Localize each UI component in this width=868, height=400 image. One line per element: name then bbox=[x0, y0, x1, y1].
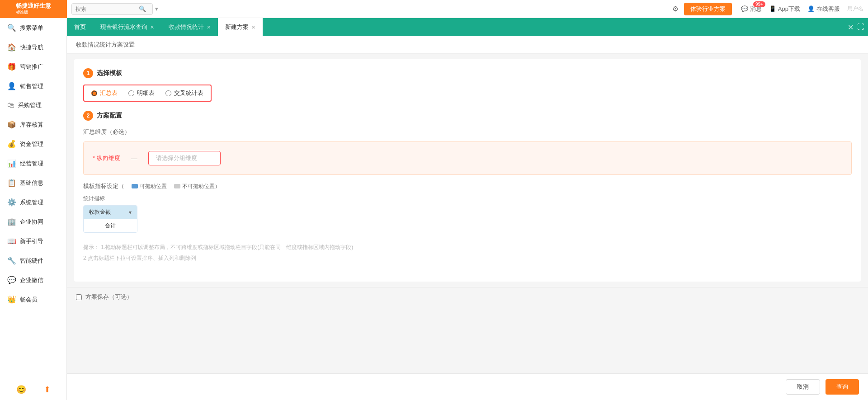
metrics-col-label: 收款金额 bbox=[89, 208, 111, 216]
capital-icon: 💰 bbox=[7, 140, 16, 148]
query-button[interactable]: 查询 bbox=[826, 379, 859, 395]
step1-num: 1 bbox=[83, 68, 93, 78]
service-item[interactable]: 👤 在线客服 bbox=[807, 5, 840, 13]
sidebar-item-sales[interactable]: 👤 销售管理 bbox=[0, 76, 66, 96]
trial-button[interactable]: 体验行业方案 bbox=[684, 3, 732, 15]
service-label: 在线客服 bbox=[816, 5, 840, 13]
step1-title: 选择模板 bbox=[97, 69, 122, 77]
basic-icon: 📋 bbox=[7, 179, 16, 187]
non-draggable-badge: 不可拖动位置） bbox=[174, 183, 220, 190]
sidebar-item-corp[interactable]: 🏢 企业协同 bbox=[0, 212, 66, 231]
gear-icon[interactable]: ⚙ bbox=[672, 5, 679, 13]
radio-cross-label: 交叉统计表 bbox=[174, 89, 203, 97]
radio-summary-input[interactable] bbox=[91, 90, 97, 96]
draggable-label: 可拖动位置 bbox=[140, 183, 167, 190]
tab-stats-close[interactable]: ✕ bbox=[207, 24, 211, 30]
search-input[interactable] bbox=[75, 6, 139, 12]
purchase-icon: 🛍 bbox=[7, 101, 14, 109]
download-item[interactable]: 📱 App下载 bbox=[769, 5, 800, 13]
drag-icon-blue bbox=[132, 184, 138, 188]
tip-line1: 提示： 1.拖动标题栏可以调整布局，不可跨维度或指标区域拖动栏目字段(只能在同一… bbox=[83, 242, 852, 253]
sidebar-label-wechat: 企业微信 bbox=[20, 276, 43, 284]
metrics-config: 模板指标设定（ 可拖动位置 不可拖动位置） bbox=[83, 182, 852, 233]
search-box[interactable]: 🔍 bbox=[71, 3, 153, 15]
sidebar-bottom: 😊 ⬆ bbox=[0, 379, 66, 400]
inventory-icon: 📦 bbox=[7, 120, 16, 129]
radio-cross[interactable]: 交叉统计表 bbox=[165, 89, 203, 97]
hardware-icon: 🔧 bbox=[7, 256, 16, 265]
header-dropdown-icon[interactable]: ▾ bbox=[155, 5, 158, 12]
tab-stats[interactable]: 收款情况统计 ✕ bbox=[161, 18, 218, 36]
sidebar-item-wechat[interactable]: 💬 企业微信 bbox=[0, 270, 66, 290]
metrics-row-label: 合计 bbox=[105, 222, 116, 229]
sidebar-item-guide[interactable]: 📖 新手引导 bbox=[0, 231, 66, 251]
sidebar-bottom-icon1[interactable]: 😊 bbox=[16, 385, 26, 395]
radio-detail-input[interactable] bbox=[128, 90, 134, 96]
tab-bank-close[interactable]: ✕ bbox=[150, 24, 154, 30]
tips-section: 提示： 1.拖动标题栏可以调整布局，不可跨维度或指标区域拖动栏目字段(只能在同一… bbox=[83, 242, 852, 264]
radio-summary-label: 汇总表 bbox=[100, 89, 118, 97]
sidebar-item-basic[interactable]: 📋 基础信息 bbox=[0, 173, 66, 193]
metrics-title: 模板指标设定（ bbox=[83, 182, 124, 190]
sidebar-item-nav[interactable]: 🏠 快捷导航 bbox=[0, 38, 66, 57]
download-label: App下载 bbox=[778, 5, 800, 13]
row-dimension-label: * 纵向维度 bbox=[93, 154, 120, 162]
sidebar-bottom-icon2[interactable]: ⬆ bbox=[44, 385, 51, 395]
search-menu-icon: 🔍 bbox=[7, 24, 16, 32]
form-container: 1 选择模板 汇总表 明细表 bbox=[74, 59, 861, 282]
radio-summary[interactable]: 汇总表 bbox=[91, 89, 118, 97]
sidebar-item-hardware[interactable]: 🔧 智能硬件 bbox=[0, 251, 66, 270]
tab-bar-right: ✕ ⛶ bbox=[848, 23, 868, 32]
cancel-button[interactable]: 取消 bbox=[786, 379, 820, 395]
metrics-header: 模板指标设定（ 可拖动位置 不可拖动位置） bbox=[83, 182, 852, 190]
corp-icon: 🏢 bbox=[7, 217, 16, 226]
sidebar-label-sales: 销售管理 bbox=[20, 82, 43, 90]
tab-home[interactable]: 首页 bbox=[67, 18, 93, 36]
top-header: 畅捷通好生意 标准版 🔍 ▾ ⚙ 体验行业方案 💬 消息 99+ 📱 App下载… bbox=[0, 0, 868, 18]
save-checkbox[interactable] bbox=[76, 294, 82, 300]
config-section: 汇总维度（必选） * 纵向维度 — 请选择分组维度 bbox=[83, 128, 852, 264]
step2-num: 2 bbox=[83, 111, 93, 121]
tab-expand[interactable]: ⛶ bbox=[857, 23, 864, 31]
sidebar-label-member: 畅会员 bbox=[20, 296, 38, 304]
metrics-body: 统计指标 收款金额 ▾ 合计 bbox=[83, 195, 852, 233]
tab-bank[interactable]: 现金银行流水查询 ✕ bbox=[93, 18, 161, 36]
metrics-col-dropdown[interactable]: ▾ bbox=[129, 209, 132, 216]
tab-new[interactable]: 新建方案 ✕ bbox=[218, 18, 263, 36]
sidebar-item-system[interactable]: ⚙️ 系统管理 bbox=[0, 193, 66, 212]
sidebar: 🔍 搜索菜单 🏠 快捷导航 🎁 营销推广 👤 销售管理 🛍 采购管理 📦 库存核… bbox=[0, 18, 67, 400]
system-icon: ⚙️ bbox=[7, 198, 16, 207]
dimension-row: * 纵向维度 — 请选择分组维度 bbox=[93, 151, 842, 165]
message-icon: 💬 bbox=[741, 5, 748, 12]
logo-area: 畅捷通好生意 标准版 bbox=[0, 0, 67, 18]
step1-header: 1 选择模板 bbox=[83, 68, 852, 78]
step2-title: 方案配置 bbox=[97, 112, 122, 120]
sidebar-item-inventory[interactable]: 📦 库存核算 bbox=[0, 115, 66, 134]
sidebar-item-marketing[interactable]: 🎁 营销推广 bbox=[0, 57, 66, 76]
sidebar-item-purchase[interactable]: 🛍 采购管理 bbox=[0, 96, 66, 115]
message-badge: 99+ bbox=[753, 1, 765, 7]
nav-icon: 🏠 bbox=[7, 43, 16, 52]
sidebar-label-operation: 经营管理 bbox=[20, 160, 43, 168]
user-name[interactable]: 用户名 bbox=[847, 5, 863, 13]
radio-cross-input[interactable] bbox=[165, 90, 171, 96]
sidebar-label-capital: 资金管理 bbox=[20, 140, 43, 148]
bottom-bar: 取消 查询 bbox=[67, 373, 868, 400]
main-layout: 🔍 搜索菜单 🏠 快捷导航 🎁 营销推广 👤 销售管理 🛍 采购管理 📦 库存核… bbox=[0, 18, 868, 400]
tab-close-all[interactable]: ✕ bbox=[848, 23, 854, 32]
radio-detail[interactable]: 明细表 bbox=[128, 89, 155, 97]
sidebar-item-search[interactable]: 🔍 搜索菜单 bbox=[0, 18, 66, 38]
sidebar-label-hardware: 智能硬件 bbox=[20, 257, 43, 265]
service-icon: 👤 bbox=[807, 5, 815, 12]
message-item[interactable]: 💬 消息 99+ bbox=[741, 5, 762, 13]
sidebar-label-corp: 企业协同 bbox=[20, 218, 43, 226]
header-right: 💬 消息 99+ 📱 App下载 👤 在线客服 用户名 bbox=[741, 5, 863, 13]
sidebar-item-operation[interactable]: 📊 经营管理 bbox=[0, 154, 66, 173]
non-draggable-label: 不可拖动位置） bbox=[182, 183, 220, 190]
dimension-select[interactable]: 请选择分组维度 bbox=[148, 151, 221, 165]
tab-bar: 首页 现金银行流水查询 ✕ 收款情况统计 ✕ 新建方案 ✕ ✕ ⛶ bbox=[67, 18, 868, 36]
sidebar-label-guide: 新手引导 bbox=[20, 237, 43, 245]
sidebar-item-capital[interactable]: 💰 资金管理 bbox=[0, 134, 66, 154]
tab-new-close[interactable]: ✕ bbox=[251, 24, 255, 30]
sidebar-item-member[interactable]: 👑 畅会员 bbox=[0, 290, 66, 309]
